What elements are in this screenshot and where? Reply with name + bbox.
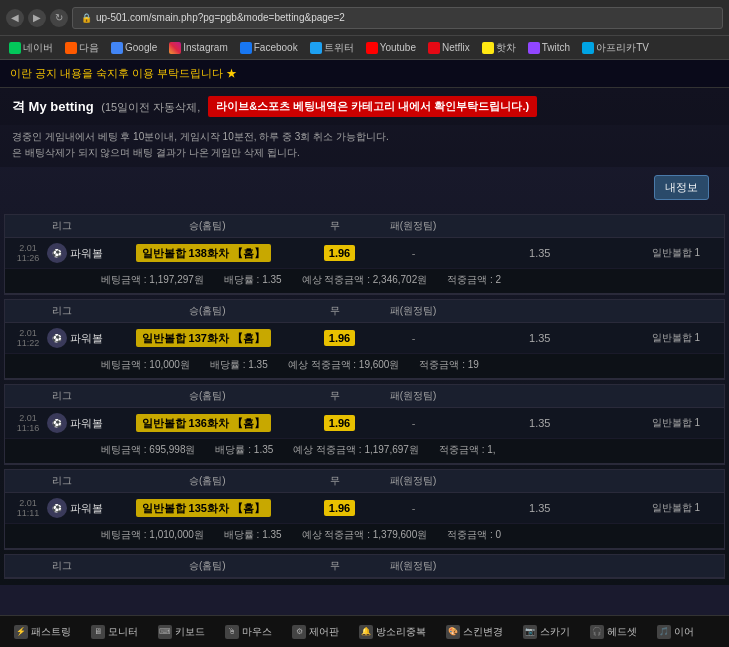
col-league-4: 리그 — [13, 474, 110, 488]
taskbar-camera-label: 스카기 — [540, 625, 570, 639]
camera-icon: 📷 — [523, 625, 537, 639]
refresh-button[interactable]: ↻ — [50, 9, 68, 27]
section-label: 격 My betting (15일이전 자동삭제, — [12, 98, 200, 116]
bet-header-1: 리그 승(홈팀) 무 패(원정팀) — [5, 215, 724, 238]
taskbar-control[interactable]: ⚙ 제어판 — [286, 623, 345, 641]
address-bar[interactable]: 🔒 up-501.com/smain.php?pg=pgb&mode=betti… — [72, 7, 723, 29]
time-cell-4: 2.01 11:11 — [13, 498, 43, 518]
detail-rate-4: 배당률 : 1.35 — [224, 528, 282, 542]
mouse-icon: 🖱 — [225, 625, 239, 639]
taskbar-headset-label: 헤드셋 — [607, 625, 637, 639]
bookmark-facebook-label: Facebook — [254, 42, 298, 53]
col-lose-4: 패(원정팀) — [365, 474, 462, 488]
forward-button[interactable]: ▶ — [28, 9, 46, 27]
control-icon: ⚙ — [292, 625, 306, 639]
taskbar-headset[interactable]: 🎧 헤드셋 — [584, 623, 643, 641]
detail-bet-amount-2: 베팅금액 : 10,000원 — [101, 358, 190, 372]
main-content: 격 My betting (15일이전 자동삭제, 라이브&스포츠 베팅내역은 … — [0, 88, 729, 585]
odds-badge-1: 1.96 — [324, 245, 355, 261]
taskbar-sound[interactable]: 🔔 방소리중복 — [353, 623, 432, 641]
col-win-3: 승(홈팀) — [110, 389, 304, 403]
daum-icon — [65, 42, 77, 54]
bookmark-google[interactable]: Google — [106, 40, 162, 56]
instagram-icon — [169, 42, 181, 54]
bet-header-3: 리그 승(홈팀) 무 패(원정팀) — [5, 385, 724, 408]
notice-bar: 이란 공지 내용을 숙지후 이용 부탁드립니다 ★ — [0, 60, 729, 88]
bookmark-afreeca[interactable]: 아프리카TV — [577, 39, 654, 57]
bookmark-instagram-label: Instagram — [183, 42, 227, 53]
bet-main-1: 일반볼합 138화차 【홈】 — [136, 244, 271, 262]
taskbar-sound-label: 방소리중복 — [376, 625, 426, 639]
col-league: 리그 — [13, 219, 110, 233]
odds-badge-4: 1.96 — [324, 500, 355, 516]
col-league-5: 리그 — [13, 559, 110, 573]
taskbar-fastlink-label: 패스트링 — [31, 625, 71, 639]
bookmark-twitter[interactable]: 트위터 — [305, 39, 359, 57]
taskbar-mouse[interactable]: 🖱 마우스 — [219, 623, 278, 641]
away-cell-2: 일반볼합 1 — [636, 331, 716, 345]
bookmark-netflix[interactable]: Netflix — [423, 40, 475, 56]
bet-main-2: 일반볼합 137화차 【홈】 — [136, 329, 271, 347]
col-win-4: 승(홈팀) — [110, 474, 304, 488]
bet-row-1: 2.01 11:26 ⚽ 파워볼 일반볼합 138화차 【홈】 1.96 - 1… — [5, 238, 724, 269]
bookmark-afreeca-label: 아프리카TV — [596, 41, 649, 55]
bookmark-naver[interactable]: 네이버 — [4, 39, 58, 57]
bookmark-instagram[interactable]: Instagram — [164, 40, 232, 56]
taskbar-skin[interactable]: 🎨 스킨변경 — [440, 623, 509, 641]
header-section: 내정보 — [0, 167, 729, 208]
bet-row-4: 2.01 11:11 ⚽ 파워볼 일반볼합 135화차 【홈】 1.96 - 1… — [5, 493, 724, 524]
col-draw-3: 무 — [305, 389, 365, 403]
away-cell-4: 일반볼합 1 — [636, 501, 716, 515]
inner-info-button[interactable]: 내정보 — [654, 175, 709, 200]
team-logo-4: ⚽ — [47, 498, 67, 518]
draw-cell-2: - — [384, 332, 444, 344]
away-cell-1: 일반볼합 1 — [636, 246, 716, 260]
detail-rate-1: 배당률 : 1.35 — [224, 273, 282, 287]
bookmark-twitch[interactable]: Twitch — [523, 40, 575, 56]
bet-detail-4: 베팅금액 : 1,010,000원 배당률 : 1.35 예상 적중금액 : 1… — [5, 524, 724, 549]
taskbar: ⚡ 패스트링 🖥 모니터 ⌨ 키보드 🖱 마우스 ⚙ 제어판 🔔 방소리중복 🎨… — [0, 615, 729, 647]
taskbar-ear-label: 이어 — [674, 625, 694, 639]
bet-block-3: 리그 승(홈팀) 무 패(원정팀) 2.01 11:16 ⚽ 파워볼 일반볼합 … — [4, 384, 725, 465]
taskbar-fastlink[interactable]: ⚡ 패스트링 — [8, 623, 77, 641]
bookmark-youtube[interactable]: Youtube — [361, 40, 421, 56]
taskbar-monitor[interactable]: 🖥 모니터 — [85, 623, 144, 641]
detail-expected-4: 예상 적중금액 : 1,379,600원 — [302, 528, 428, 542]
league-cell-4: ⚽ 파워볼 — [47, 498, 107, 518]
bet-row-3: 2.01 11:16 ⚽ 파워볼 일반볼합 136화차 【홈】 1.96 - 1… — [5, 408, 724, 439]
taskbar-camera[interactable]: 📷 스카기 — [517, 623, 576, 641]
draw-odds-2: 1.35 — [448, 332, 633, 344]
bookmark-facebook[interactable]: Facebook — [235, 40, 303, 56]
bet-main-3: 일반볼합 136화차 【홈】 — [136, 414, 271, 432]
draw-cell-1: - — [384, 247, 444, 259]
draw-cell-3: - — [384, 417, 444, 429]
detail-rate-3: 배당률 : 1.35 — [215, 443, 273, 457]
detail-expected-2: 예상 적중금액 : 19,600원 — [288, 358, 400, 372]
draw-cell-4: - — [384, 502, 444, 514]
detail-expected-1: 예상 적중금액 : 2,346,702원 — [302, 273, 428, 287]
odds-badge-3: 1.96 — [324, 415, 355, 431]
taskbar-ear[interactable]: 🎵 이어 — [651, 623, 700, 641]
headset-icon: 🎧 — [590, 625, 604, 639]
odds-cell-1: 1.96 — [300, 247, 380, 259]
back-button[interactable]: ◀ — [6, 9, 24, 27]
bookmark-kakao[interactable]: 핫차 — [477, 39, 521, 57]
bookmark-daum[interactable]: 다음 — [60, 39, 104, 57]
match-cell-4: 일반볼합 135화차 【홈】 — [111, 501, 296, 516]
taskbar-keyboard[interactable]: ⌨ 키보드 — [152, 623, 211, 641]
time-cell-3: 2.01 11:16 — [13, 413, 43, 433]
page-header: 격 My betting (15일이전 자동삭제, 라이브&스포츠 베팅내역은 … — [0, 88, 729, 125]
betting-notice: 라이브&스포츠 베팅내역은 카테고리 내에서 확인부탁드립니다.) — [208, 96, 537, 117]
bet-detail-1: 베팅금액 : 1,197,297원 배당률 : 1.35 예상 적중금액 : 2… — [5, 269, 724, 294]
taskbar-monitor-label: 모니터 — [108, 625, 138, 639]
kakao-icon — [482, 42, 494, 54]
ear-icon: 🎵 — [657, 625, 671, 639]
bet-row-2: 2.01 11:22 ⚽ 파워볼 일반볼합 137화차 【홈】 1.96 - 1… — [5, 323, 724, 354]
info-line1: 경중인 게임내에서 베팅 후 10분이내, 게임시작 10분전, 하루 중 3회… — [12, 129, 717, 145]
info-line2: 은 배팅삭제가 되지 않으며 배팅 결과가 나온 게임만 삭제 됩니다. — [12, 145, 717, 161]
team-logo-2: ⚽ — [47, 328, 67, 348]
bookmark-google-label: Google — [125, 42, 157, 53]
facebook-icon — [240, 42, 252, 54]
info-text: 경중인 게임내에서 베팅 후 10분이내, 게임시작 10분전, 하루 중 3회… — [0, 125, 729, 167]
match-cell-2: 일반볼합 137화차 【홈】 — [111, 331, 296, 346]
